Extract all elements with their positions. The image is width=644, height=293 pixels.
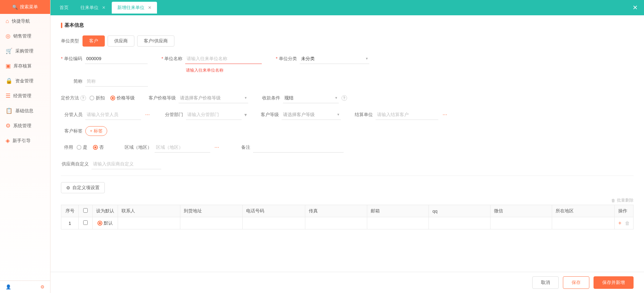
- settlement-input[interactable]: [376, 109, 438, 120]
- settings-icon[interactable]: ⚙: [40, 284, 45, 290]
- department-chevron-icon: ▾: [244, 112, 247, 117]
- sidebar-item-purchase[interactable]: 🛒 采购管理: [0, 43, 50, 58]
- basic-icon: 📋: [6, 107, 13, 114]
- customer-price-select[interactable]: 请选择客户价格等级 ▾: [179, 93, 248, 103]
- supplier-custom-input[interactable]: [92, 159, 161, 169]
- cancel-button[interactable]: 取消: [532, 276, 559, 289]
- unit-name-input[interactable]: [185, 54, 262, 64]
- tag-label: 客户标签: [61, 128, 83, 134]
- save-and-new-button[interactable]: 保存并新增: [594, 276, 634, 289]
- row-default-radio-circle: [97, 221, 102, 226]
- sidebar-item-sales[interactable]: ◎ 销售管理: [0, 29, 50, 43]
- unit-type-row: 单位类型 客户 供应商 客户/供应商: [61, 35, 634, 47]
- th-address: 到货地址: [180, 205, 243, 217]
- row-checkbox[interactable]: [79, 217, 93, 229]
- settlement-field: 结算单位 ···: [355, 109, 448, 120]
- short-name-row: 简称: [61, 76, 634, 87]
- row-email-input[interactable]: [371, 221, 425, 226]
- region-input[interactable]: [155, 142, 210, 153]
- sidebar-item-inventory[interactable]: ▣ 库存核算: [0, 58, 50, 73]
- settlement-label: 结算单位: [355, 112, 373, 118]
- payment-help-icon[interactable]: ?: [341, 95, 347, 101]
- type-btn-customer[interactable]: 客户: [83, 35, 105, 47]
- th-location: 所在地区: [552, 205, 615, 217]
- custom-settings-button[interactable]: ⚙ 自定义项设置: [61, 182, 105, 193]
- tab-new-unit-close[interactable]: ✕: [148, 6, 151, 10]
- row-actions: + 🗑: [614, 217, 633, 229]
- row-wechat-input[interactable]: [494, 221, 549, 226]
- payment-terms-label: 收款条件: [262, 95, 280, 101]
- row-fax[interactable]: [305, 217, 367, 229]
- radio-yes-circle: [77, 145, 81, 150]
- sidebar-search[interactable]: 🔍 搜索菜单: [0, 0, 50, 14]
- sidebar-item-newbie[interactable]: ◈ 新手引导: [0, 133, 50, 148]
- short-name-input[interactable]: [85, 76, 148, 87]
- row-location-input[interactable]: [556, 221, 611, 226]
- tab-unit-list-close[interactable]: ✕: [102, 6, 105, 10]
- type-btn-both[interactable]: 客户/供应商: [137, 35, 174, 47]
- th-phone: 电话号码: [243, 205, 305, 217]
- region-label: 区域（地区）: [125, 144, 152, 150]
- row-email[interactable]: [367, 217, 429, 229]
- tab-new-unit[interactable]: 新增往来单位 ✕: [112, 2, 157, 14]
- manager-input[interactable]: [85, 109, 141, 120]
- manager-more-btn[interactable]: ···: [144, 112, 151, 118]
- unit-category-select[interactable]: 未分类 ▾: [300, 54, 369, 64]
- settlement-more-btn[interactable]: ···: [441, 112, 448, 118]
- unit-type-buttons: 客户 供应商 客户/供应商: [83, 35, 174, 47]
- unit-code-input[interactable]: [85, 54, 148, 64]
- remark-input[interactable]: [253, 142, 344, 153]
- sidebar-item-finance[interactable]: 🔒 资金管理: [0, 73, 50, 88]
- row-fax-input[interactable]: [309, 221, 363, 226]
- sidebar-item-quick-nav[interactable]: ⌂ 快捷导航: [0, 14, 50, 29]
- sidebar-item-operations[interactable]: ☰ 经营管理: [0, 88, 50, 103]
- row-address-input[interactable]: [184, 221, 239, 226]
- sidebar-item-system[interactable]: ⚙ 系统管理: [0, 118, 50, 133]
- th-default: 设为默认: [93, 205, 118, 217]
- row-phone[interactable]: [243, 217, 305, 229]
- row-check[interactable]: [83, 220, 88, 225]
- search-icon: 🔍: [12, 5, 18, 10]
- customer-price-field: 客户价格等级 请选择客户价格等级 ▾: [149, 93, 248, 103]
- row-location[interactable]: [552, 217, 615, 229]
- row-qq-input[interactable]: [432, 221, 487, 226]
- tabbar-close-all[interactable]: ✕: [630, 5, 641, 11]
- row-wechat[interactable]: [490, 217, 552, 229]
- customer-level-chevron-icon: ▾: [337, 112, 339, 117]
- row-phone-input[interactable]: [246, 221, 301, 226]
- row-add-btn[interactable]: +: [618, 220, 621, 226]
- tab-home[interactable]: 首页: [54, 2, 74, 14]
- add-tag-button[interactable]: + 标签: [85, 126, 107, 136]
- save-button[interactable]: 保存: [563, 276, 589, 289]
- row-delete-btn[interactable]: 🗑: [625, 220, 630, 226]
- sidebar-item-basic[interactable]: 📋 基础信息: [0, 103, 50, 118]
- radio-price-level[interactable]: 价格等级: [110, 95, 135, 101]
- batch-delete-area[interactable]: 🗑 批量删除: [61, 197, 634, 203]
- manager-label: 分管人员: [61, 112, 83, 118]
- department-input[interactable]: [186, 109, 242, 120]
- row-qq[interactable]: [429, 217, 490, 229]
- radio-no[interactable]: 否: [93, 144, 104, 150]
- unit-name-field: 单位名称 请输入往来单位名称: [162, 54, 262, 73]
- supplier-custom-field: 供应商自定义: [61, 159, 161, 169]
- type-btn-supplier[interactable]: 供应商: [108, 35, 134, 47]
- region-more-btn[interactable]: ···: [213, 144, 220, 150]
- radio-discount[interactable]: 折扣: [89, 95, 105, 101]
- pricing-help-icon[interactable]: ?: [80, 95, 86, 101]
- tab-unit-list[interactable]: 往来单位 ✕: [75, 2, 111, 14]
- row-address[interactable]: [180, 217, 243, 229]
- section-title: 基本信息: [61, 22, 634, 29]
- disabled-label: 停用: [61, 144, 73, 150]
- payment-terms-select[interactable]: 现结 ▾: [283, 93, 339, 103]
- customer-level-select[interactable]: 请选择客户等级 ▾: [282, 109, 341, 120]
- row-contact[interactable]: [118, 217, 180, 229]
- pricing-row: 定价方法 ? 折扣 价格等级 客户价格等级 请选择客户价: [61, 93, 634, 103]
- select-all-checkbox[interactable]: [83, 208, 88, 213]
- radio-yes[interactable]: 是: [77, 144, 87, 150]
- unit-name-label: 单位名称: [162, 56, 183, 62]
- row-default-radio[interactable]: 默认: [96, 220, 114, 226]
- row-contact-input[interactable]: [121, 221, 176, 226]
- unit-code-field: 单位编码: [61, 54, 148, 64]
- tag-row: 客户标签 + 标签: [61, 126, 634, 136]
- sidebar-bottom: 👤 ⚙: [0, 280, 50, 293]
